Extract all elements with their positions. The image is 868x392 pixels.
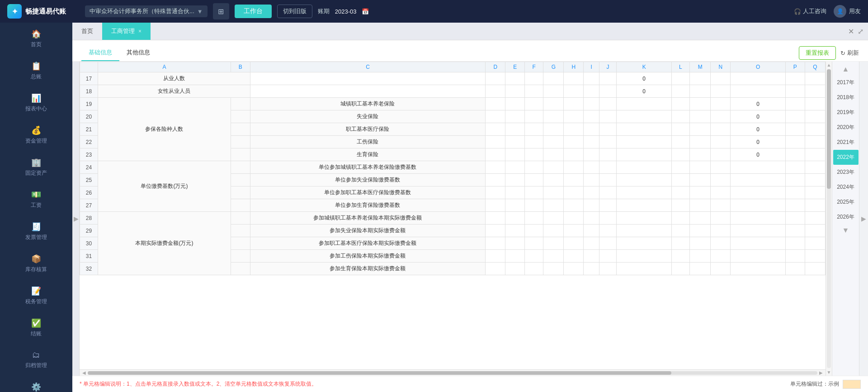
cell-22-g[interactable]	[543, 136, 564, 148]
year-panel-up-btn[interactable]: ▲	[840, 63, 851, 75]
cell-29-h[interactable]	[564, 225, 584, 237]
close-window-icon[interactable]: ✕	[848, 27, 854, 36]
cell-30-i[interactable]	[584, 237, 599, 250]
sidebar-item-archive[interactable]: 🗂 归档管理	[0, 344, 72, 376]
cell-17-g[interactable]	[543, 72, 564, 85]
cell-27-n[interactable]	[711, 199, 731, 212]
cell-30-d[interactable]	[486, 237, 505, 250]
cell-26-o[interactable]	[731, 186, 786, 199]
cell-17-a[interactable]: 从业人数	[98, 72, 250, 85]
cell-31-n[interactable]	[711, 250, 731, 263]
cell-21-o[interactable]: 0	[731, 123, 786, 136]
year-item-2025[interactable]: 2025年	[833, 195, 859, 210]
cell-28-l[interactable]	[671, 212, 689, 225]
cell-23-l[interactable]	[671, 148, 689, 161]
cell-30-g[interactable]	[543, 237, 564, 250]
cell-21-m[interactable]	[689, 123, 711, 136]
cell-17-c[interactable]	[250, 72, 486, 85]
cell-25-h[interactable]	[564, 174, 584, 186]
v-scroll-track[interactable]	[827, 69, 831, 368]
cell-30-n[interactable]	[711, 237, 731, 250]
cell-17-j[interactable]	[599, 72, 617, 85]
cell-32-h[interactable]	[564, 263, 584, 275]
cell-31-e[interactable]	[505, 250, 525, 263]
cell-26-l[interactable]	[671, 186, 689, 199]
v-scroll-top-btn[interactable]: ▲	[826, 62, 832, 68]
cell-25-l[interactable]	[671, 174, 689, 186]
cell-17-q[interactable]	[805, 72, 825, 85]
cell-31-q[interactable]	[805, 250, 825, 263]
year-item-2018[interactable]: 2018年	[833, 90, 859, 105]
cell-28-n[interactable]	[711, 212, 731, 225]
cell-22-q[interactable]	[805, 136, 825, 148]
cell-21-e[interactable]	[505, 123, 525, 136]
cell-31-k[interactable]	[617, 250, 672, 263]
switch-version-button[interactable]: 切到旧版	[277, 5, 312, 18]
cell-29-d[interactable]	[486, 225, 505, 237]
sidebar-item-inventory[interactable]: 📦 库存核算	[0, 248, 72, 280]
cell-29-c[interactable]: 参加失业保险本期实际缴费金额	[250, 225, 486, 237]
cell-17-n[interactable]	[711, 72, 731, 85]
year-item-2026[interactable]: 2026年	[833, 210, 859, 225]
cell-28-j[interactable]	[599, 212, 617, 225]
cell-30-e[interactable]	[505, 237, 525, 250]
cell-24-d[interactable]	[486, 161, 505, 174]
cell-23-f[interactable]	[524, 148, 543, 161]
cell-26-n[interactable]	[711, 186, 731, 199]
cell-23-b[interactable]	[231, 148, 250, 161]
cell-18-p[interactable]	[786, 85, 805, 98]
cell-25-e[interactable]	[505, 174, 525, 186]
cell-25-q[interactable]	[805, 174, 825, 186]
cell-20-i[interactable]	[584, 110, 599, 123]
cell-22-p[interactable]	[786, 136, 805, 148]
cell-27-p[interactable]	[786, 199, 805, 212]
cell-28-i[interactable]	[584, 212, 599, 225]
cell-19-a[interactable]: 参保各险种人数	[98, 98, 231, 161]
cell-32-b[interactable]	[231, 263, 250, 275]
cell-19-e[interactable]	[505, 98, 525, 110]
cell-23-e[interactable]	[505, 148, 525, 161]
cell-23-h[interactable]	[564, 148, 584, 161]
cell-25-d[interactable]	[486, 174, 505, 186]
cell-30-l[interactable]	[671, 237, 689, 250]
cell-25-m[interactable]	[689, 174, 711, 186]
cell-30-h[interactable]	[564, 237, 584, 250]
cell-20-q[interactable]	[805, 110, 825, 123]
cell-20-e[interactable]	[505, 110, 525, 123]
cell-18-l[interactable]	[671, 85, 689, 98]
cell-23-g[interactable]	[543, 148, 564, 161]
cell-18-n[interactable]	[711, 85, 731, 98]
cell-18-m[interactable]	[689, 85, 711, 98]
cell-26-j[interactable]	[599, 186, 617, 199]
cell-26-c[interactable]: 单位参加职工基本医疗保险缴费基数	[250, 186, 486, 199]
cell-28-o[interactable]	[731, 212, 786, 225]
cell-27-l[interactable]	[671, 199, 689, 212]
cell-21-n[interactable]	[711, 123, 731, 136]
cell-17-e[interactable]	[505, 72, 525, 85]
cell-24-q[interactable]	[805, 161, 825, 174]
cell-31-m[interactable]	[689, 250, 711, 263]
cell-31-g[interactable]	[543, 250, 564, 263]
copy-icon-btn[interactable]: ⊞	[213, 3, 229, 19]
cell-23-c[interactable]: 生育保险	[250, 148, 486, 161]
cell-28-c[interactable]: 参加城镇职工基本养老保险本期实际缴费金额	[250, 212, 486, 225]
sidebar-item-invoice[interactable]: 🧾 发票管理	[0, 215, 72, 248]
cell-17-p[interactable]	[786, 72, 805, 85]
cell-17-f[interactable]	[524, 72, 543, 85]
cell-25-j[interactable]	[599, 174, 617, 186]
cell-21-p[interactable]	[786, 123, 805, 136]
cell-31-h[interactable]	[564, 250, 584, 263]
cell-28-f[interactable]	[524, 212, 543, 225]
cell-20-b[interactable]	[231, 110, 250, 123]
cell-20-p[interactable]	[786, 110, 805, 123]
cell-18-q[interactable]	[805, 85, 825, 98]
cell-23-p[interactable]	[786, 148, 805, 161]
cell-28-b[interactable]	[231, 212, 250, 225]
cell-25-c[interactable]: 单位参加失业保险缴费基数	[250, 174, 486, 186]
cell-29-n[interactable]	[711, 225, 731, 237]
cell-30-o[interactable]	[731, 237, 786, 250]
v-scroll-bottom-btn[interactable]: ▼	[826, 369, 832, 376]
cell-22-m[interactable]	[689, 136, 711, 148]
cell-23-k[interactable]	[617, 148, 672, 161]
cell-27-c[interactable]: 单位参加生育保险缴费基数	[250, 199, 486, 212]
